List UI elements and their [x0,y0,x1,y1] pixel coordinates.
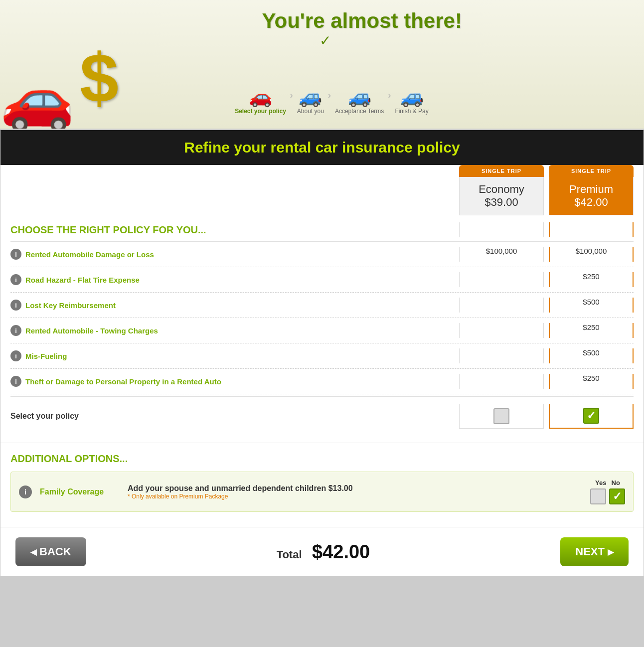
choose-policy-label: CHOOSE THE RIGHT POLICY FOR YOU... [10,224,454,236]
feature-info-0: i Rented Automobile Damage or Loss [10,249,454,260]
total-amount: $42.00 [312,541,370,562]
feature-economy-1 [459,272,544,287]
yes-no-checkboxes [590,488,625,504]
step-finish-pay[interactable]: 🚙 Finish & Pay [395,86,428,115]
policy-table: SINGLE TRIP Economy $39.00 SINGLE TRIP P… [0,165,644,443]
family-coverage-info-icon[interactable]: i [19,485,32,498]
step-about-you[interactable]: 🚙 About you [297,86,324,115]
step-label-4: Finish & Pay [395,108,428,115]
back-button[interactable]: BACK [15,537,86,566]
info-icon-1[interactable]: i [10,274,21,285]
feature-premium-4: $500 [549,348,634,363]
feature-info-1: i Road Hazard - Flat Tire Expense [10,274,454,285]
step-arrow-2: › [328,90,331,101]
feature-premium-0: $100,000 [549,247,634,262]
feature-name-0: Rented Automobile Damage or Loss [25,250,154,259]
feature-economy-3 [459,323,544,338]
family-coverage-yes-checkbox[interactable] [590,488,606,504]
feature-info-4: i Mis-Fueling [10,350,454,361]
feature-row-4: i Mis-Fueling $500 [10,343,634,369]
premium-choose-cell [549,222,634,237]
yes-label: Yes [595,479,606,486]
step-arrow-3: › [388,90,391,101]
select-policy-label: Select your policy [10,412,454,421]
info-icon-4[interactable]: i [10,350,21,361]
no-label: No [612,479,620,486]
step-label-3: Acceptance Terms [335,108,384,115]
select-policy-row: Select your policy [10,396,634,433]
feature-info-5: i Theft or Damage to Personal Property i… [10,376,454,387]
feature-economy-2 [459,298,544,313]
economy-plan-price: $39.00 [462,196,541,209]
choose-policy-row: CHOOSE THE RIGHT POLICY FOR YOU... [10,215,634,242]
family-coverage-name: Family Coverage [40,487,120,496]
premium-select-cell[interactable] [549,404,634,429]
economy-column-header: SINGLE TRIP Economy $39.00 [459,165,544,215]
family-coverage-no-checkbox[interactable] [609,488,625,504]
feature-row-2: i Lost Key Reimbursement $500 [10,293,634,318]
additional-options-section: ADDITIONAL OPTIONS... i Family Coverage … [0,443,644,522]
feature-economy-4 [459,348,544,363]
info-icon-5[interactable]: i [10,376,21,387]
feature-row-3: i Rented Automobile - Towing Charges $25… [10,318,634,343]
feature-name-2: Lost Key Reimbursement [25,301,116,310]
premium-plan-info: Premium $42.00 [549,177,634,215]
premium-plan-name: Premium [551,183,631,196]
step-select-policy[interactable]: 🚗 Select your policy [235,86,286,115]
step-acceptance[interactable]: 🚙 Acceptance Terms [335,86,384,115]
premium-checkbox[interactable] [583,408,599,424]
step-label-1: Select your policy [235,108,286,115]
steps-bar: 🚗 Select your policy › 🚙 About you › 🚙 A… [235,86,429,115]
feature-row-1: i Road Hazard - Flat Tire Expense $250 [10,267,634,293]
step-arrow-1: › [290,90,293,101]
family-coverage-yes-no: Yes No [590,479,625,504]
next-button[interactable]: NEXT [560,537,629,566]
step-car-icon-2: 🚙 [299,86,322,108]
checkmark-icon: ✓ [320,32,331,49]
premium-type-label: SINGLE TRIP [549,165,634,177]
step-label-2: About you [297,108,324,115]
feature-premium-5: $250 [549,374,634,389]
step-car-icon-4: 🚙 [400,86,424,108]
family-coverage-description: Add your spouse and unmarried dependent … [128,484,582,493]
feature-name-3: Rented Automobile - Towing Charges [25,326,158,335]
main-content: Refine your rental car insurance policy … [0,130,644,577]
feature-name-5: Theft or Damage to Personal Property in … [25,377,221,386]
economy-plan-name: Economy [462,183,541,196]
header-title: You're almost there! [262,9,462,33]
info-icon-0[interactable]: i [10,249,21,260]
footer-bar: BACK Total $42.00 NEXT [0,527,644,576]
total-area: Total $42.00 [86,541,561,563]
feature-premium-3: $250 [549,323,634,338]
crashed-car-icon: 🚗 [0,69,75,129]
economy-type-label: SINGLE TRIP [459,165,544,177]
family-coverage-subnote: * Only available on Premium Package [128,493,582,500]
economy-checkbox[interactable] [493,408,509,424]
feature-info-2: i Lost Key Reimbursement [10,300,454,311]
feature-name-4: Mis-Fueling [25,352,67,360]
feature-premium-1: $250 [549,272,634,287]
info-icon-3[interactable]: i [10,325,21,336]
yes-no-labels: Yes No [595,479,620,486]
economy-choose-cell [459,222,544,237]
premium-column-header: SINGLE TRIP Premium $42.00 [549,165,634,215]
additional-options-title: ADDITIONAL OPTIONS... [10,453,634,465]
feature-info-3: i Rented Automobile - Towing Charges [10,325,454,336]
feature-row-5: i Theft or Damage to Personal Property i… [10,369,634,394]
column-headers: SINGLE TRIP Economy $39.00 SINGLE TRIP P… [10,165,634,215]
section-header: Refine your rental car insurance policy [0,130,644,165]
family-coverage-desc: Add your spouse and unmarried dependent … [128,484,582,500]
feature-economy-0: $100,000 [459,247,544,262]
total-label: Total [277,548,302,561]
economy-select-cell[interactable] [459,404,544,429]
step-car-icon-1: 🚗 [249,86,272,108]
premium-plan-price: $42.00 [551,196,631,209]
feature-economy-5 [459,374,544,389]
feature-premium-2: $500 [549,298,634,313]
info-icon-2[interactable]: i [10,300,21,311]
dollar-sign-icon: $ [80,38,119,119]
economy-plan-info: Economy $39.00 [459,177,544,215]
step-car-icon-3: 🚙 [348,86,371,108]
family-coverage-option: i Family Coverage Add your spouse and un… [10,472,634,512]
feature-row-0: i Rented Automobile Damage or Loss $100,… [10,242,634,267]
